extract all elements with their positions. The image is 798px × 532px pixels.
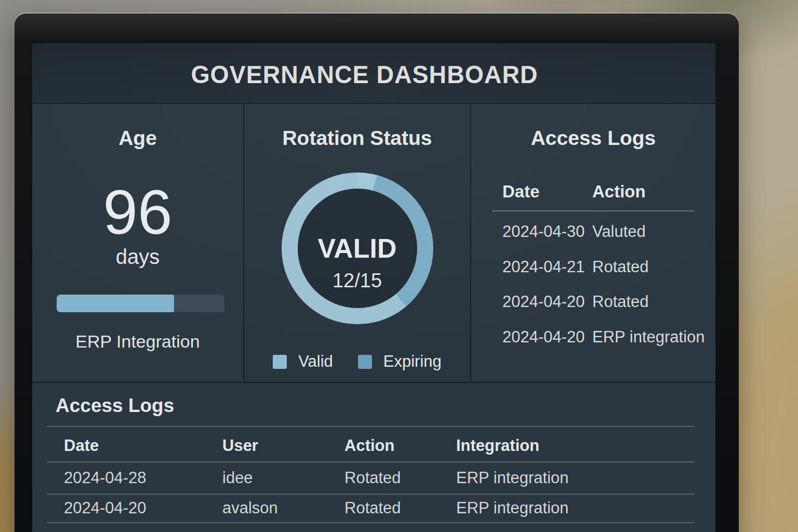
column-header-date: Date — [64, 436, 99, 455]
log-action: Rotated — [592, 292, 649, 311]
table-row: 2024-04-20 Rotated — [471, 292, 715, 312]
legend-item-valid: Valid — [273, 352, 333, 371]
log-date: 2024-04-20 — [502, 328, 585, 347]
page-title: GOVERNANCE DASHBOARD — [40, 60, 689, 89]
table-divider — [492, 210, 695, 211]
access-logs-panel: Access Logs Date Action 2024-04-30 Valut… — [470, 104, 715, 382]
log-action: Rotated — [344, 469, 401, 487]
table-divider — [47, 461, 695, 462]
log-date: 2024-04-21 — [502, 258, 585, 276]
age-progress-bar — [57, 295, 224, 312]
table-row: 2024-04-20 ERP integration — [471, 328, 715, 348]
monitor-bezel: GOVERNANCE DASHBOARD Age 96 days ERP Int… — [15, 14, 739, 532]
table-row: 2024-04-20 avalson Rotated ERP integrati… — [32, 499, 715, 517]
log-integration: ERP integration — [456, 499, 569, 517]
age-unit: days — [32, 245, 243, 269]
access-logs-section: Access Logs Date User Action Integration… — [32, 383, 715, 532]
table-row: 2024-04-28 idee Rotated ERP integration — [32, 469, 715, 487]
column-header-integration: Integration — [456, 436, 539, 455]
table-header-row: Date User Action Integration — [32, 436, 715, 455]
donut-center-label: VALID 12/15 — [282, 234, 433, 291]
dashboard-header: GOVERNANCE DASHBOARD — [32, 43, 715, 104]
rotation-donut-chart: VALID 12/15 — [282, 172, 433, 324]
column-header-action: Action — [344, 436, 394, 455]
legend-label: Valid — [298, 352, 333, 371]
age-panel-title: Age — [32, 127, 243, 150]
age-value: 96 — [32, 181, 243, 243]
log-date: 2024-04-28 — [64, 469, 147, 487]
dashboard-screen: GOVERNANCE DASHBOARD Age 96 days ERP Int… — [32, 43, 715, 532]
section-title: Access Logs — [56, 395, 174, 417]
log-action: Rotated — [592, 258, 649, 276]
rotation-panel-title: Rotation Status — [244, 127, 470, 150]
table-divider — [47, 522, 695, 523]
expiring-swatch-icon — [358, 355, 372, 369]
rotation-status-panel: Rotation Status VALID 12/15 Valid — [243, 104, 470, 382]
table-row: 2024-04-30 Valuted — [471, 222, 715, 242]
legend-item-expiring: Expiring — [358, 352, 442, 371]
access-logs-panel-title: Access Logs — [471, 127, 715, 150]
table-row: 2024-04-21 Rotated — [471, 258, 715, 277]
log-date: 2024-04-30 — [502, 222, 585, 241]
table-divider — [47, 494, 695, 495]
log-user: idee — [222, 469, 253, 487]
age-progress-fill — [57, 295, 174, 312]
valid-swatch-icon — [273, 355, 287, 369]
log-integration: ERP integration — [456, 469, 569, 487]
column-header-user: User — [222, 436, 258, 455]
age-caption: ERP Integration — [32, 331, 243, 352]
table-divider — [47, 426, 695, 427]
column-header-action: Action — [592, 182, 646, 202]
column-header-date: Date — [502, 182, 540, 202]
log-user: avalson — [222, 499, 278, 517]
photo-scene: GOVERNANCE DASHBOARD Age 96 days ERP Int… — [0, 0, 798, 532]
rotation-status-value: VALID — [282, 234, 433, 263]
log-action: Rotated — [344, 499, 401, 517]
rotation-status-ratio: 12/15 — [282, 270, 433, 291]
donut-legend: Valid Expiring — [244, 352, 470, 371]
legend-label: Expiring — [383, 352, 442, 371]
log-action: Valuted — [592, 222, 646, 241]
log-date: 2024-04-20 — [64, 499, 147, 517]
panels-row: Age 96 days ERP Integration Rotation Sta… — [32, 104, 715, 383]
log-date: 2024-04-20 — [502, 292, 585, 311]
age-panel: Age 96 days ERP Integration — [32, 104, 243, 382]
log-action: ERP integration — [592, 328, 705, 347]
